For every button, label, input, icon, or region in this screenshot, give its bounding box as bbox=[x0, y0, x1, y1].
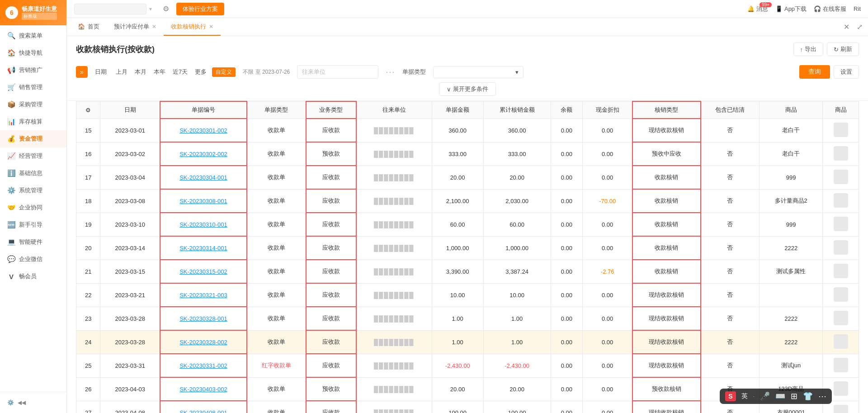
cell-counterpart: ████████ bbox=[356, 189, 432, 213]
more-filter-dots[interactable]: ··· bbox=[386, 67, 395, 77]
sidebar-item-member[interactable]: V 畅会员 bbox=[0, 268, 66, 285]
table-settings-button[interactable]: 设置 bbox=[834, 65, 859, 79]
voucher-type-select[interactable]: ▾ bbox=[433, 66, 524, 78]
close-tab-button[interactable]: ✕ bbox=[842, 21, 851, 33]
cell-counterpart: ████████ bbox=[356, 260, 432, 283]
date-last-month[interactable]: 上月 bbox=[114, 67, 129, 77]
cell-counterpart: ████████ bbox=[356, 307, 432, 330]
col-date[interactable]: 日期 bbox=[100, 101, 160, 119]
cell-accum: 360.00 bbox=[483, 119, 551, 142]
date-custom-button[interactable]: 自定义 bbox=[212, 67, 236, 77]
sidebar-item-sales[interactable]: 🛒 销售管理 bbox=[0, 79, 66, 96]
notification-button[interactable]: 🔔 消息 99+ bbox=[747, 5, 768, 13]
cell-order-no[interactable]: SK-20230310-001 bbox=[160, 213, 247, 236]
cell-product2 bbox=[823, 307, 859, 330]
gear-icon[interactable]: ⚙ bbox=[163, 5, 169, 13]
sidebar-item-finance[interactable]: 💰 资金管理 bbox=[0, 130, 66, 147]
col-order-no[interactable]: 单据编号 bbox=[160, 101, 247, 119]
sidebar-item-hardware[interactable]: 💻 智能硬件 bbox=[0, 233, 66, 251]
sidebar-item-basic[interactable]: ℹ️ 基础信息 bbox=[0, 165, 66, 182]
table-row: 172023-03-04SK-20230304-001收款单应收款███████… bbox=[76, 166, 859, 189]
home-tab-icon: 🏠 bbox=[78, 23, 85, 30]
cell-order-no[interactable]: SK-20230304-001 bbox=[160, 166, 247, 189]
tab-payable-close[interactable]: ✕ bbox=[152, 24, 156, 30]
cell-biz-type: 应收款 bbox=[306, 354, 356, 377]
cell-include: 否 bbox=[701, 166, 760, 189]
tab-home[interactable]: 🏠 首页 bbox=[71, 18, 107, 36]
cell-order-no[interactable]: SK-20230328-001 bbox=[160, 307, 247, 330]
cell-no: 25 bbox=[76, 354, 100, 377]
cell-verify-type: 现结收款核销 bbox=[632, 330, 700, 354]
chevron-down-icon: ∨ bbox=[447, 86, 451, 93]
sidebar-item-guide[interactable]: 🆕 新手引导 bbox=[0, 216, 66, 233]
col-order-type[interactable]: 单据类型 bbox=[247, 101, 306, 119]
app-download-button[interactable]: 📱 App下载 bbox=[775, 5, 807, 13]
shirt-icon[interactable]: 👕 bbox=[803, 391, 813, 401]
keyboard-icon[interactable]: ⌨️ bbox=[775, 391, 785, 401]
col-verify-type[interactable]: 核销类型 bbox=[632, 101, 700, 119]
date-this-year[interactable]: 本年 bbox=[152, 67, 167, 77]
cell-order-no[interactable]: SK-20230308-001 bbox=[160, 189, 247, 213]
filter-expand-button[interactable]: » bbox=[76, 66, 88, 78]
cell-order-no[interactable]: SK-20230408-001 bbox=[160, 401, 247, 413]
cell-order-type: 收款单 bbox=[247, 142, 306, 166]
col-product1[interactable]: 商品 bbox=[760, 101, 823, 119]
tab-collection[interactable]: 收款核销执行 ✕ bbox=[164, 18, 221, 36]
counterpart-input[interactable]: 往来单位 bbox=[297, 65, 378, 79]
cell-amount: 333.00 bbox=[432, 142, 483, 166]
refresh-button[interactable]: ↻ 刷新 bbox=[827, 43, 859, 56]
col-balance[interactable]: 余额 bbox=[551, 101, 583, 119]
cell-order-no[interactable]: SK-20230302-002 bbox=[160, 142, 247, 166]
col-amount[interactable]: 单据金额 bbox=[432, 101, 483, 119]
maximize-button[interactable]: ⤢ bbox=[855, 21, 864, 33]
cell-order-no[interactable]: SK-20230315-002 bbox=[160, 260, 247, 283]
col-cash-discount[interactable]: 现金折扣 bbox=[583, 101, 633, 119]
date-7days[interactable]: 近7天 bbox=[171, 67, 189, 77]
solution-button[interactable]: 体验行业方案 bbox=[176, 3, 224, 15]
cell-date: 2023-03-28 bbox=[100, 330, 160, 354]
cell-balance: 0.00 bbox=[551, 119, 583, 142]
sidebar-item-system[interactable]: ⚙️ 系统管理 bbox=[0, 182, 66, 199]
cell-order-no[interactable]: SK-20230328-002 bbox=[160, 330, 247, 354]
col-counterpart[interactable]: 往来单位 bbox=[356, 101, 432, 119]
date-more[interactable]: 更多 bbox=[193, 67, 208, 77]
col-include-cleared[interactable]: 包含已结清 bbox=[701, 101, 760, 119]
expand-more-button[interactable]: ∨ 展开更多条件 bbox=[439, 82, 496, 96]
date-this-month[interactable]: 本月 bbox=[133, 67, 148, 77]
cell-discount: -2.76 bbox=[583, 260, 633, 283]
cell-order-no[interactable]: SK-20230314-001 bbox=[160, 236, 247, 260]
tab-collection-close[interactable]: ✕ bbox=[209, 24, 213, 30]
service-button[interactable]: 🎧 在线客服 bbox=[814, 5, 846, 13]
sidebar-item-wechat[interactable]: 💬 企业微信 bbox=[0, 251, 66, 268]
sidebar-item-marketing[interactable]: 📢 营销推广 bbox=[0, 62, 66, 79]
export-button[interactable]: ↑ 导出 bbox=[793, 43, 824, 56]
sidebar-item-purchase[interactable]: 📦 采购管理 bbox=[0, 96, 66, 113]
col-gear[interactable]: ⚙ bbox=[76, 101, 100, 119]
grid-icon[interactable]: ⊞ bbox=[791, 391, 797, 401]
cell-order-no[interactable]: SK-20230321-003 bbox=[160, 283, 247, 307]
sidebar-item-enterprise[interactable]: 🤝 企业协同 bbox=[0, 199, 66, 216]
more-icon[interactable]: ⋯ bbox=[818, 391, 826, 401]
cell-order-no[interactable]: SK-20230403-002 bbox=[160, 377, 247, 401]
date-options: 上月 本月 本年 近7天 更多 自定义 bbox=[114, 67, 236, 77]
sidebar-item-search[interactable]: 🔍 搜索菜单 bbox=[0, 27, 66, 44]
topbar-search-input[interactable] bbox=[74, 4, 146, 14]
tab-payable[interactable]: 预计冲应付单 ✕ bbox=[107, 18, 164, 36]
cell-discount: 0.00 bbox=[583, 354, 633, 377]
table-row: 182023-03-08SK-20230308-001收款单应收款███████… bbox=[76, 189, 859, 213]
col-biz-type[interactable]: 业务类型 bbox=[306, 101, 356, 119]
sidebar-item-operation[interactable]: 📈 经营管理 bbox=[0, 147, 66, 165]
cell-order-no[interactable]: SK-20230331-002 bbox=[160, 354, 247, 377]
sidebar-item-quicknav[interactable]: 🏠 快捷导航 bbox=[0, 44, 66, 62]
col-accum-amount[interactable]: 累计核销金额 bbox=[483, 101, 551, 119]
mic-icon[interactable]: 🎤 bbox=[760, 391, 770, 401]
cell-order-no[interactable]: SK-20230301-002 bbox=[160, 119, 247, 142]
table-row: 222023-03-21SK-20230321-003收款单应收款███████… bbox=[76, 283, 859, 307]
col-product2[interactable]: 商品 bbox=[823, 101, 859, 119]
query-button[interactable]: 查询 bbox=[799, 65, 830, 79]
cell-date: 2023-03-01 bbox=[100, 119, 160, 142]
sidebar-bottom-settings[interactable]: ⚙️ ◀◀ bbox=[0, 396, 66, 409]
cell-discount: -70.00 bbox=[583, 189, 633, 213]
sidebar-item-inventory[interactable]: 📊 库存核算 bbox=[0, 113, 66, 130]
user-account[interactable]: Rit bbox=[854, 5, 861, 12]
